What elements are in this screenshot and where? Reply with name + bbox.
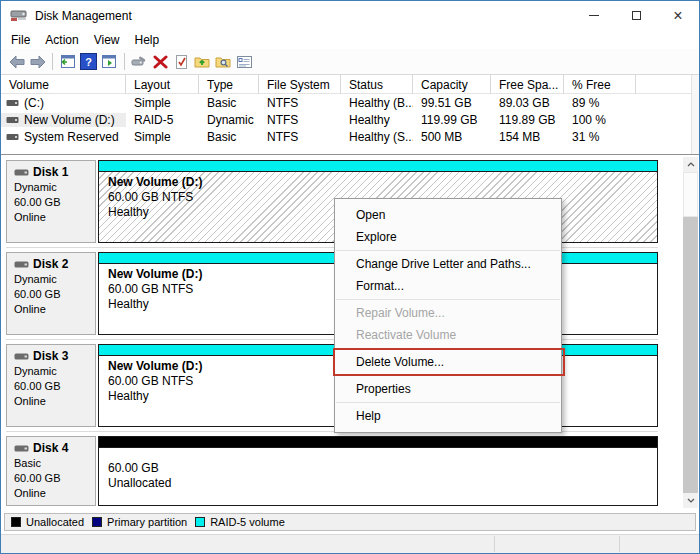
disk3-kind: Dynamic [14,364,91,379]
scrollbar-thumb[interactable] [683,172,698,217]
delete-icon[interactable] [151,53,170,71]
volume-list-pane: Volume Layout Type File System Status Ca… [1,75,699,155]
back-icon[interactable] [7,53,26,71]
type-cell: Basic [199,130,259,144]
disk-icon [14,168,29,177]
disk3-name: Disk 3 [14,349,91,364]
titlebar: Disk Management × [1,1,699,30]
menu-item-properties[interactable]: Properties [335,378,561,400]
column-header-pct-free[interactable]: % Free [564,75,636,94]
column-header-status[interactable]: Status [341,75,413,94]
type-cell: Basic [199,96,259,110]
volume-title: New Volume (D:) [108,175,657,190]
type-cell: Dynamic [199,113,259,127]
menu-help[interactable]: Help [135,33,160,47]
menu-item-explore[interactable]: Explore [335,226,561,248]
action-pane-icon[interactable] [100,53,119,71]
column-header-free-space[interactable]: Free Spa... [491,75,564,94]
close-button[interactable]: × [657,1,699,30]
menu-item-help[interactable]: Help [335,405,561,427]
disk3-status: Online [14,394,91,409]
pct-free-cell: 100 % [564,113,636,127]
disk-management-app-icon [10,8,28,24]
column-header-capacity[interactable]: Capacity [413,75,491,94]
menu-separator [336,250,560,251]
volume-cell: System Reserved [1,130,126,144]
disk2-kind: Dynamic [14,272,91,287]
help-icon[interactable]: ? [79,53,98,71]
legend-raid5-volume: RAID-5 volume [195,516,285,528]
disk-row-4: Disk 4 Basic 60.00 GB Online 60.00 GB Un… [6,436,658,506]
layout-cell: Simple [126,96,199,110]
volume-row-new-volume-d[interactable]: New Volume (D:) RAID-5 Dynamic NTFS Heal… [1,111,699,128]
scrollbar-track[interactable] [683,217,698,493]
properties-icon[interactable] [235,53,254,71]
maximize-button[interactable] [615,1,657,30]
disk4-volume-bar[interactable]: 60.00 GB Unallocated [98,436,658,506]
disk4-status: Online [14,486,91,501]
column-header-volume[interactable]: Volume [1,75,126,94]
menu-item-repair-volume: Repair Volume... [335,302,561,324]
menu-file[interactable]: File [11,33,30,47]
rescan-disks-icon[interactable] [130,53,149,71]
minimize-icon [589,15,599,16]
capacity-cell: 99.51 GB [413,96,491,110]
menu-separator [336,299,560,300]
capacity-cell: 500 MB [413,130,491,144]
volume-row-c[interactable]: (C:) Simple Basic NTFS Healthy (B... 99.… [1,94,699,111]
column-header-type[interactable]: Type [199,75,259,94]
legend-unallocated: Unallocated [11,516,84,528]
menu-item-change-drive-letter[interactable]: Change Drive Letter and Paths... [335,253,561,275]
file-system-cell: NTFS [259,130,341,144]
window-title: Disk Management [35,9,132,23]
toolbar: ? [1,49,699,75]
status-separator [619,536,620,552]
disk4-panel[interactable]: Disk 4 Basic 60.00 GB Online [6,436,96,506]
disk2-panel[interactable]: Disk 2 Dynamic 60.00 GB Online [6,252,96,335]
volume-list-header: Volume Layout Type File System Status Ca… [1,75,699,94]
menu-item-delete-volume[interactable]: Delete Volume... [335,351,561,373]
volume-info: 60.00 GB [108,461,657,476]
explore-folder-icon[interactable] [214,53,233,71]
file-system-cell: NTFS [259,113,341,127]
open-folder-icon[interactable] [193,53,212,71]
legend-primary-partition: Primary partition [92,516,187,528]
scroll-down-icon[interactable] [683,493,698,508]
menubar: File Action View Help [1,30,699,49]
window-controls: × [573,1,699,30]
drive-icon [6,116,19,124]
minimize-button[interactable] [573,1,615,30]
column-header-layout[interactable]: Layout [126,75,199,94]
column-header-filler [636,75,699,94]
disk-pane-scrollbar[interactable] [683,157,698,508]
disk2-status: Online [14,302,91,317]
menu-item-format[interactable]: Format... [335,275,561,297]
disk-icon [14,260,29,269]
console-tree-icon[interactable] [58,53,77,71]
volume-cell: (C:) [1,96,126,110]
toolbar-separator [124,53,125,70]
menu-separator [336,375,560,376]
close-icon: × [673,8,682,24]
primary-partition-swatch [92,517,102,527]
disk1-kind: Dynamic [14,180,91,195]
disk-icon [14,352,29,361]
mark-active-icon[interactable] [172,53,191,71]
disk1-panel[interactable]: Disk 1 Dynamic 60.00 GB Online [6,160,96,243]
menu-action[interactable]: Action [45,33,78,47]
scroll-up-icon[interactable] [683,157,698,172]
disk4-size: 60.00 GB [14,471,91,486]
disk2-size: 60.00 GB [14,287,91,302]
disk-management-window: Disk Management × File Action View Help [0,0,700,554]
pct-free-cell: 31 % [564,130,636,144]
status-cell: Healthy [341,113,413,127]
menu-item-open[interactable]: Open [335,204,561,226]
status-bar [1,534,699,553]
disk3-panel[interactable]: Disk 3 Dynamic 60.00 GB Online [6,344,96,427]
forward-icon[interactable] [28,53,47,71]
unallocated-strip [99,437,657,448]
volume-row-system-reserved[interactable]: System Reserved Simple Basic NTFS Health… [1,128,699,145]
column-header-file-system[interactable]: File System [259,75,341,94]
menu-view[interactable]: View [94,33,120,47]
volume-list-scrollbar[interactable] [691,75,699,154]
